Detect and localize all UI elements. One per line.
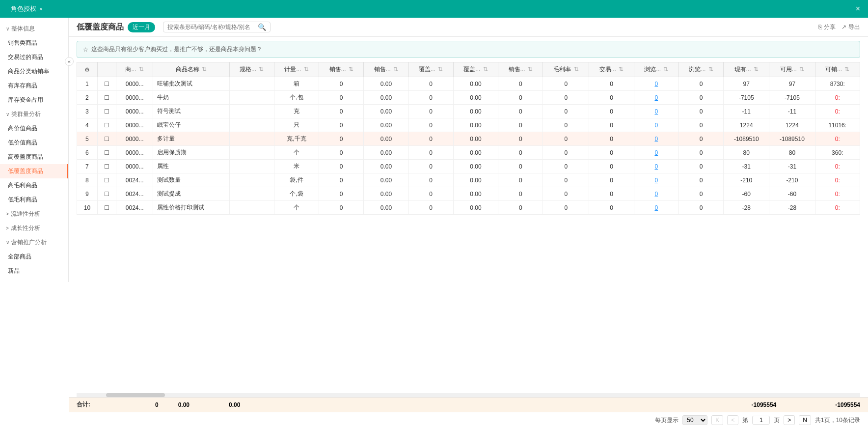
col-header-sales3[interactable]: 销售... ⇅ bbox=[498, 62, 543, 77]
sidebar-item-低覆盖度商品[interactable]: 低覆盖度商品 bbox=[0, 164, 68, 178]
row-view2: 0 bbox=[678, 77, 723, 91]
export-button[interactable]: ↗ 导出 bbox=[841, 23, 860, 31]
last-page-button[interactable]: N bbox=[799, 415, 811, 425]
share-button[interactable]: ⎘ 分享 bbox=[818, 23, 836, 31]
per-page-select[interactable]: 102050100 bbox=[682, 415, 707, 425]
table-row: 6☐0000...启用保质期个00.0000.00000008080360: bbox=[77, 146, 860, 160]
row-name: 属性价格打印测试 bbox=[153, 201, 229, 215]
row-number: 6 bbox=[77, 146, 98, 160]
col-header-spec[interactable]: 规格... ⇅ bbox=[229, 62, 274, 77]
sidebar: ∨整体信息销售类商品交易过的商品商品分类动销率有库存商品库存资金占用∨类群量分析… bbox=[0, 18, 69, 282]
sidebar-collapse-button[interactable]: « bbox=[65, 57, 74, 66]
col-header-code[interactable]: 商... ⇅ bbox=[116, 62, 153, 77]
sidebar-item-低价值商品[interactable]: 低价值商品 bbox=[0, 136, 68, 150]
row-sales3: 0 bbox=[498, 105, 543, 118]
col-header-sales2[interactable]: 销售... ⇅ bbox=[364, 62, 408, 77]
row-current: -1089510 bbox=[724, 132, 769, 146]
sidebar-item-销售类商品[interactable]: 销售类商品 bbox=[0, 36, 68, 50]
row-number: 2 bbox=[77, 91, 98, 105]
row-available: -11 bbox=[769, 105, 815, 118]
col-header-checkbox[interactable] bbox=[97, 62, 116, 77]
row-cover1: 0 bbox=[408, 187, 453, 201]
row-cover1: 0 bbox=[408, 173, 453, 187]
row-checkbox[interactable]: ☐ bbox=[97, 132, 116, 146]
row-view1: 0 bbox=[634, 118, 678, 132]
row-gross: 0 bbox=[543, 160, 589, 173]
close-all-button[interactable]: × bbox=[852, 4, 864, 13]
row-sales3: 0 bbox=[498, 173, 543, 187]
sidebar-section-成长性分析[interactable]: >成长性分析 bbox=[0, 221, 68, 235]
first-page-button[interactable]: K bbox=[711, 415, 723, 425]
next-page-button[interactable]: > bbox=[784, 415, 795, 425]
sidebar-item-低毛利商品[interactable]: 低毛利商品 bbox=[0, 193, 68, 207]
col-header-cover1[interactable]: 覆盖... ⇅ bbox=[408, 62, 453, 77]
col-header-gross[interactable]: 毛利率 ⇅ bbox=[543, 62, 589, 77]
row-checkbox[interactable]: ☐ bbox=[97, 187, 116, 201]
row-view2: 0 bbox=[678, 201, 723, 215]
row-checkbox[interactable]: ☐ bbox=[97, 201, 116, 215]
row-number: 10 bbox=[77, 201, 98, 215]
row-unit: 个 bbox=[274, 146, 319, 160]
sidebar-section-类群量分析[interactable]: ∨类群量分析 bbox=[0, 107, 68, 121]
row-sales2: 0.00 bbox=[364, 77, 408, 91]
nav-tab-角色授权[interactable]: 角色授权 × bbox=[4, 0, 62, 18]
sidebar-item-库存资金占用[interactable]: 库存资金占用 bbox=[0, 93, 68, 107]
row-spec bbox=[229, 118, 274, 132]
sidebar-item-高价值商品[interactable]: 高价值商品 bbox=[0, 121, 68, 136]
search-box: 🔍 bbox=[163, 22, 271, 32]
page-number-input[interactable] bbox=[752, 416, 770, 425]
horizontal-scrollbar[interactable] bbox=[77, 393, 860, 397]
row-checkbox[interactable]: ☐ bbox=[97, 173, 116, 187]
col-header-cover2[interactable]: 覆盖... ⇅ bbox=[453, 62, 498, 77]
sidebar-item-交易过的商品[interactable]: 交易过的商品 bbox=[0, 50, 68, 64]
total-label: 合计: bbox=[77, 400, 145, 409]
row-spec bbox=[229, 187, 274, 201]
sidebar-item-商品分类动销率[interactable]: 商品分类动销率 bbox=[0, 64, 68, 79]
col-header-name[interactable]: 商品名称 ⇅ bbox=[153, 62, 229, 77]
row-checkbox[interactable]: ☐ bbox=[97, 91, 116, 105]
row-cover2: 0.00 bbox=[453, 132, 498, 146]
sidebar-item-全部商品[interactable]: 全部商品 bbox=[0, 250, 68, 264]
row-sales2: 0.00 bbox=[364, 201, 408, 215]
col-header-settings[interactable]: ⚙ bbox=[77, 62, 98, 77]
row-sales1: 0 bbox=[319, 146, 364, 160]
row-view2: 0 bbox=[678, 173, 723, 187]
search-icon[interactable]: 🔍 bbox=[258, 23, 266, 31]
col-header-saleable[interactable]: 可销... ⇅ bbox=[815, 62, 860, 77]
prev-page-button[interactable]: < bbox=[727, 415, 738, 425]
row-checkbox[interactable]: ☐ bbox=[97, 160, 116, 173]
sidebar-item-有库存商品[interactable]: 有库存商品 bbox=[0, 79, 68, 93]
col-header-available[interactable]: 可用... ⇅ bbox=[769, 62, 815, 77]
row-current: -31 bbox=[724, 160, 769, 173]
row-checkbox[interactable]: ☐ bbox=[97, 77, 116, 91]
sidebar-section-营销推广分析[interactable]: ∨营销推广分析 bbox=[0, 235, 68, 250]
col-header-view2[interactable]: 浏览... ⇅ bbox=[678, 62, 723, 77]
row-checkbox[interactable]: ☐ bbox=[97, 118, 116, 132]
row-unit: 个 bbox=[274, 201, 319, 215]
row-trade: 0 bbox=[589, 77, 634, 91]
col-header-unit[interactable]: 计量... ⇅ bbox=[274, 62, 319, 77]
row-trade: 0 bbox=[589, 187, 634, 201]
row-available: 1224 bbox=[769, 118, 815, 132]
row-view2: 0 bbox=[678, 146, 723, 160]
sort-icon: ⇅ bbox=[139, 66, 144, 73]
sidebar-section-整体信息[interactable]: ∨整体信息 bbox=[0, 22, 68, 36]
sidebar-item-高毛利商品[interactable]: 高毛利商品 bbox=[0, 178, 68, 193]
col-header-sales1[interactable]: 销售... ⇅ bbox=[319, 62, 364, 77]
col-header-view1[interactable]: 浏览... ⇅ bbox=[634, 62, 678, 77]
row-cover2: 0.00 bbox=[453, 146, 498, 160]
sidebar-item-高覆盖度商品[interactable]: 高覆盖度商品 bbox=[0, 150, 68, 164]
col-header-current[interactable]: 现有... ⇅ bbox=[724, 62, 769, 77]
row-sales3: 0 bbox=[498, 118, 543, 132]
row-checkbox[interactable]: ☐ bbox=[97, 146, 116, 160]
scrollbar-thumb[interactable] bbox=[106, 393, 165, 397]
time-filter-button[interactable]: 近一月 bbox=[128, 22, 155, 32]
search-input[interactable] bbox=[167, 24, 256, 30]
sidebar-section-流通性分析[interactable]: >流通性分析 bbox=[0, 207, 68, 221]
row-view1: 0 bbox=[634, 146, 678, 160]
tab-close-icon[interactable]: × bbox=[39, 0, 42, 18]
row-checkbox[interactable]: ☐ bbox=[97, 105, 116, 118]
sidebar-item-新品[interactable]: 新品 bbox=[0, 264, 68, 278]
row-name: 多计量 bbox=[153, 132, 229, 146]
col-header-trade[interactable]: 交易... ⇅ bbox=[589, 62, 634, 77]
